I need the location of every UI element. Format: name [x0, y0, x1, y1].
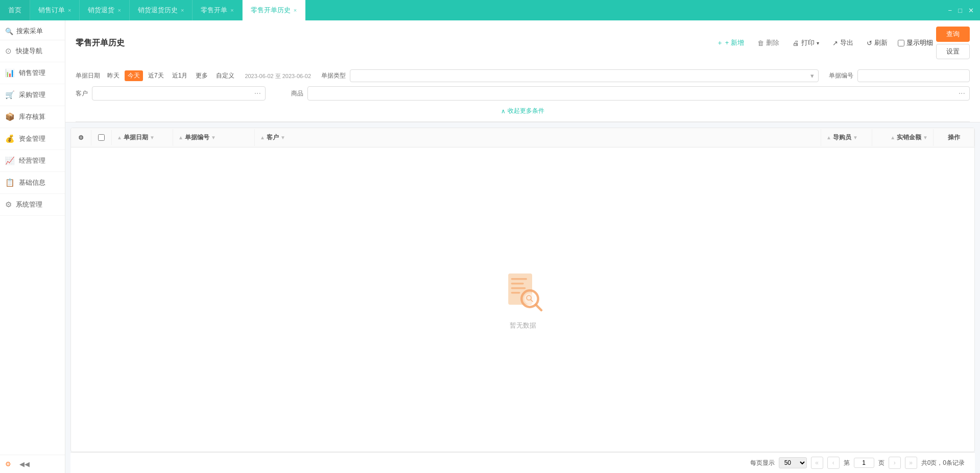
filter-bill-no-field: 单据编号 [829, 69, 970, 82]
tab-retail-open-history-label: 零售开单历史 [251, 6, 291, 15]
th-checkbox[interactable] [91, 130, 112, 145]
filter-row-1: 单据日期 昨天 今天 近7天 近1月 更多 自定义 2023-06-02 至 2… [76, 69, 970, 82]
sidebar-item-inventory[interactable]: 📦 库存核算 [0, 106, 65, 128]
sidebar-item-purchase-mgmt[interactable]: 🛒 采购管理 [0, 84, 65, 106]
date-btn-yesterday[interactable]: 昨天 [104, 70, 123, 81]
next-page-button[interactable]: › [889, 457, 901, 469]
display-detail-check[interactable]: 显示明细 [898, 38, 933, 47]
filter-bill-type-select[interactable]: ▾ [350, 69, 819, 82]
tab-sales-order-label: 销售订单 [38, 6, 65, 15]
tab-retail-open-history[interactable]: 零售开单历史 × [243, 0, 305, 20]
th-date[interactable]: ▲ 单据日期 ▼ [112, 129, 173, 146]
filter-collapse-btn[interactable]: ∧ 收起更多条件 [76, 105, 970, 118]
filter-bill-no-input[interactable] [857, 69, 970, 82]
basic-info-icon: 📋 [5, 178, 15, 187]
add-label: + 新增 [725, 38, 744, 47]
sidebar: 🔍 搜索采单 ⊙ 快捷导航 📊 销售管理 🛒 采购管理 📦 库存核算 💰 资金管… [0, 20, 65, 473]
th-billno[interactable]: ▲ 单据编号 ▼ [173, 129, 255, 146]
refresh-button[interactable]: ↺ 刷新 [864, 36, 891, 49]
sidebar-item-sales-mgmt-label: 销售管理 [19, 68, 45, 78]
sort-down-icon-amount: ▼ [923, 135, 928, 140]
empty-icon [500, 269, 546, 315]
tab-home[interactable]: 首页 [0, 0, 30, 20]
minimize-button[interactable]: − [948, 7, 952, 14]
first-page-button[interactable]: « [811, 457, 823, 469]
th-action: 操作 [934, 129, 974, 146]
tab-sales-return-history-close[interactable]: × [181, 7, 184, 13]
display-detail-checkbox[interactable] [898, 40, 904, 46]
delete-button[interactable]: 🗑 删除 [754, 36, 782, 49]
sidebar-item-inventory-label: 库存核算 [19, 112, 45, 121]
filter-customer-select[interactable]: ··· [92, 86, 266, 101]
prev-page-button[interactable]: ‹ [827, 457, 840, 469]
sidebar-item-ops[interactable]: 📈 经营管理 [0, 150, 65, 172]
page-size-select[interactable]: 50 10 20 100 [779, 457, 807, 468]
delete-icon: 🗑 [757, 39, 764, 47]
page-header-top: 零售开单历史 ＋ + 新增 🗑 删除 🖨 打印 [76, 27, 970, 59]
display-detail-label: 显示明细 [906, 38, 933, 47]
tab-sales-return-close[interactable]: × [117, 7, 121, 13]
sidebar-item-basic-info[interactable]: 📋 基础信息 [0, 172, 65, 194]
th-salesperson-label: 导购员 [833, 133, 851, 142]
window-controls: − □ ✕ [948, 7, 980, 14]
pagination-bar: 每页显示 50 10 20 100 « ‹ 第 页 › » 共0页，0条记录 [70, 452, 975, 473]
th-customer[interactable]: ▲ 客户 ▼ [255, 129, 821, 146]
export-button[interactable]: ↗ 导出 [829, 36, 856, 49]
tab-sales-return-history-label: 销货退货历史 [138, 6, 178, 15]
tab-retail-open[interactable]: 零售开单 × [193, 0, 242, 20]
settings-button[interactable]: 设置 [936, 44, 970, 59]
collapse-up-icon: ∧ [501, 108, 506, 115]
sidebar-item-sys-mgmt[interactable]: ⚙ 系统管理 [0, 194, 65, 216]
query-button[interactable]: 查询 [936, 27, 970, 42]
tab-retail-open-close[interactable]: × [230, 7, 233, 13]
sales-mgmt-icon: 📊 [5, 68, 15, 78]
sidebar-item-sales-mgmt[interactable]: 📊 销售管理 [0, 62, 65, 84]
main-layout: 🔍 搜索采单 ⊙ 快捷导航 📊 销售管理 🛒 采购管理 📦 库存核算 💰 资金管… [0, 20, 980, 473]
svg-rect-2 [511, 283, 523, 285]
page-number-input[interactable] [854, 458, 874, 468]
goods-ellipsis-icon: ··· [959, 89, 965, 98]
th-amount[interactable]: ▲ 实销金额 ▼ [872, 129, 934, 146]
filter-row-2: 客户 ··· 商品 ··· [76, 86, 970, 101]
close-button[interactable]: ✕ [968, 7, 974, 14]
sidebar-settings-icon[interactable]: ⚙ [5, 460, 11, 468]
sidebar-item-finance[interactable]: 💰 资金管理 [0, 128, 65, 150]
filter-goods-select[interactable]: ··· [307, 86, 970, 101]
date-btn-more[interactable]: 更多 [193, 70, 211, 81]
sidebar-item-quick-nav[interactable]: ⊙ 快捷导航 [0, 40, 65, 62]
th-settings[interactable]: ⚙ [71, 130, 91, 145]
filter-bill-type-label: 单据类型 [321, 71, 346, 80]
toolbar: ＋ + 新增 🗑 删除 🖨 打印 ▾ ↗ [713, 36, 933, 49]
sort-down-icon: ▼ [150, 135, 155, 140]
page-title: 零售开单历史 [76, 38, 125, 48]
add-icon: ＋ [716, 38, 723, 47]
sort-up-icon-customer: ▲ [260, 135, 265, 140]
inventory-icon: 📦 [5, 112, 15, 121]
filter-date-group: 昨天 今天 近7天 近1月 更多 自定义 [104, 70, 237, 81]
tab-retail-open-history-close[interactable]: × [294, 7, 297, 13]
print-button[interactable]: 🖨 打印 ▾ [790, 36, 822, 49]
sidebar-collapse-icon[interactable]: ◀◀ [19, 460, 30, 468]
search-icon: 🔍 [5, 28, 13, 35]
select-all-checkbox[interactable] [98, 134, 105, 141]
date-btn-1month[interactable]: 近1月 [169, 70, 191, 81]
sort-down-icon-billno: ▼ [211, 135, 216, 140]
tab-sales-return[interactable]: 销货退货 × [80, 0, 129, 20]
tab-sales-order-close[interactable]: × [68, 7, 71, 13]
ellipsis-icon: ··· [254, 89, 261, 98]
page-prefix-label: 第 [844, 459, 850, 467]
tab-sales-order[interactable]: 销售订单 × [30, 0, 80, 20]
th-salesperson[interactable]: ▲ 导购员 ▼ [821, 129, 872, 146]
tab-sales-return-history[interactable]: 销货退货历史 × [130, 0, 193, 20]
per-page-label: 每页显示 [750, 459, 775, 467]
date-btn-7days[interactable]: 近7天 [145, 70, 167, 81]
sidebar-item-purchase-mgmt-label: 采购管理 [19, 90, 45, 99]
quick-nav-icon: ⊙ [5, 46, 12, 56]
date-btn-today[interactable]: 今天 [125, 70, 143, 81]
tab-sales-return-label: 销货退货 [88, 6, 114, 15]
last-page-button[interactable]: » [905, 457, 917, 469]
date-btn-custom[interactable]: 自定义 [213, 70, 237, 81]
add-button[interactable]: ＋ + 新增 [713, 36, 747, 49]
sidebar-search[interactable]: 🔍 搜索采单 [0, 20, 65, 40]
maximize-button[interactable]: □ [958, 7, 962, 14]
